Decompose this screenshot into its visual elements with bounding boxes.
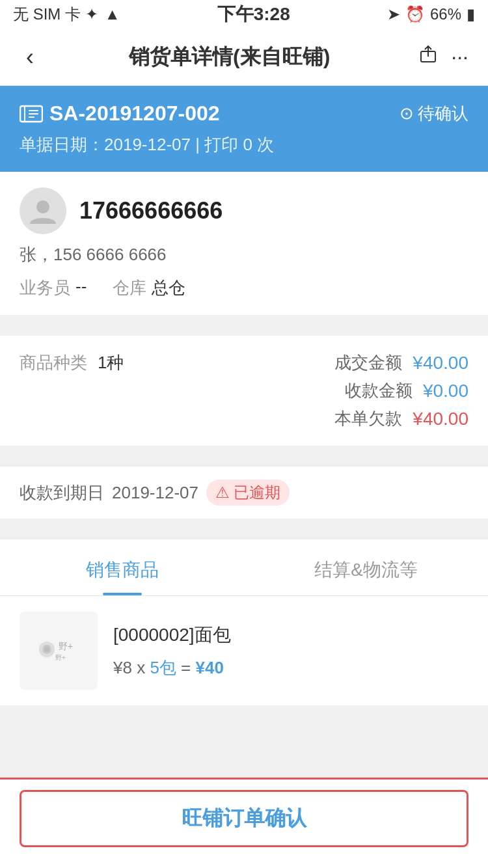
clock-icon: ⊙ [400, 103, 414, 124]
order-date: 单据日期：2019-12-07 | 打印 0 次 [20, 133, 468, 156]
due-section: 收款到期日 2019-12-07 ⚠ 已逾期 [0, 467, 488, 519]
product-list: 野+ 野+ [0000002]面包 ¥8 x 5包 = ¥40 [0, 596, 488, 705]
product-type-label: 商品种类 [20, 351, 87, 374]
receipt-amount-label: 收款金额 [345, 379, 413, 402]
status-right: ➤ ⏰ 66% ▮ [387, 5, 475, 23]
bottom-bar: 旺铺订单确认 [0, 778, 488, 868]
status-bar: 无 SIM 卡 ✦ ▲ 下午3:28 ➤ ⏰ 66% ▮ [0, 0, 488, 29]
status-time: 下午3:28 [217, 2, 290, 27]
battery-level: 66% [430, 5, 461, 23]
order-status: ⊙ 待确认 [400, 102, 468, 125]
due-label: 收款到期日 [20, 481, 104, 504]
svg-point-3 [36, 200, 49, 213]
nav-actions: ··· [418, 45, 468, 70]
divider-3 [0, 529, 488, 539]
back-button[interactable]: ‹ [20, 37, 40, 77]
tabs-section: 销售商品 结算&物流等 [0, 539, 488, 596]
overdue-badge: ⚠ 已逾期 [206, 480, 290, 506]
tab-sales-products[interactable]: 销售商品 [0, 539, 244, 595]
nav-bar: ‹ 销货单详情(来自旺铺) ··· [0, 29, 488, 86]
amounts: 成交金额 ¥40.00 收款金额 ¥0.00 本单欠款 ¥40.00 [334, 351, 468, 430]
avatar [20, 187, 66, 234]
customer-name: 张，156 6666 6666 [20, 243, 468, 266]
share-button[interactable] [418, 45, 438, 70]
wifi-icon: ▲ [105, 5, 120, 23]
tab-settlement[interactable]: 结算&物流等 [244, 539, 488, 595]
owed-value: ¥40.00 [413, 409, 468, 429]
summary-section: 商品种类 1种 成交金额 ¥40.00 收款金额 ¥0.00 本单欠款 ¥40.… [0, 336, 488, 446]
warehouse-label: 仓库 [113, 277, 146, 299]
sim-status: 无 SIM 卡 ✦ [13, 4, 98, 25]
deal-amount-label: 成交金额 [334, 351, 402, 374]
warehouse-value: 总仓 [152, 277, 185, 299]
confirm-button[interactable]: 旺铺订单确认 [20, 790, 468, 847]
order-header: SA-20191207-002 ⊙ 待确认 单据日期：2019-12-07 | … [0, 86, 488, 172]
product-item: 野+ 野+ [0000002]面包 ¥8 x 5包 = ¥40 [20, 612, 468, 690]
customer-phone: 17666666666 [79, 197, 223, 224]
svg-text:野+: 野+ [59, 641, 73, 651]
product-name: [0000002]面包 [113, 623, 468, 647]
battery-icon: ▮ [467, 5, 475, 23]
salesperson-value: -- [75, 277, 87, 299]
customer-meta: 业务员 -- 仓库 总仓 [20, 277, 468, 299]
divider-1 [0, 325, 488, 336]
location-icon: ➤ [387, 5, 400, 23]
svg-text:野+: 野+ [55, 654, 66, 661]
product-type-value: 1种 [98, 351, 124, 374]
product-info: [0000002]面包 ¥8 x 5包 = ¥40 [113, 623, 468, 679]
product-price: ¥8 x 5包 = ¥40 [113, 657, 468, 679]
status-left: 无 SIM 卡 ✦ ▲ [13, 4, 120, 25]
overdue-text: 已逾期 [234, 482, 280, 503]
page-title: 销货单详情(来自旺铺) [129, 43, 330, 72]
alarm-icon: ⏰ [405, 5, 425, 23]
deal-amount-value: ¥40.00 [413, 353, 468, 373]
order-id: SA-20191207-002 [20, 102, 220, 126]
divider-2 [0, 456, 488, 467]
product-thumbnail: 野+ 野+ [20, 612, 98, 690]
salesperson-label: 业务员 [20, 277, 70, 299]
owed-label: 本单欠款 [334, 407, 402, 430]
customer-section: 17666666666 张，156 6666 6666 业务员 -- 仓库 总仓 [0, 172, 488, 315]
svg-point-6 [44, 647, 49, 652]
tabs-row: 销售商品 结算&物流等 [0, 539, 488, 596]
more-button[interactable]: ··· [451, 45, 468, 69]
receipt-amount-value: ¥0.00 [423, 381, 468, 401]
due-date: 2019-12-07 [112, 483, 198, 503]
warning-icon: ⚠ [215, 483, 230, 502]
